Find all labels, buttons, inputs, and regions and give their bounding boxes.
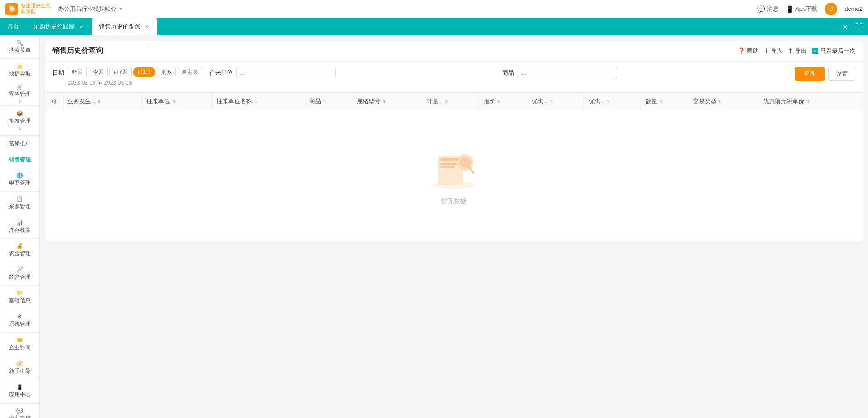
app-selector[interactable]: 办公用品行业模拟账套 ▼ (54, 3, 127, 15)
goods-label: 商品 (502, 69, 514, 77)
message-action[interactable]: 消息 (757, 5, 778, 13)
date-buttons: 昨天 今天 近7天 近1月 更多 自定义 (68, 67, 202, 77)
sidebar-sub-item-sales-mgmt[interactable]: 销售管理 (0, 152, 39, 168)
sidebar-item-purchase-label: 采购管理 (9, 203, 31, 210)
sidebar-item-ecommerce[interactable]: 🌐 电商管理 (0, 168, 39, 192)
sidebar-item-app-center[interactable]: 📱 应用中心 (0, 380, 39, 404)
tab-home-label: 首页 (7, 23, 19, 31)
goods-input[interactable] (518, 67, 617, 78)
sort-discount1-icon: ⇅ (550, 99, 553, 104)
sidebar-item-operations[interactable]: 📈 经营管理 (0, 262, 39, 286)
date-range-text: 2023-02-18 至 2023-03-18 (68, 79, 202, 87)
incoming-unit-input[interactable] (236, 67, 336, 78)
export-action[interactable]: 导出 (788, 47, 807, 55)
logo-text: 畅捷通好生意 标准版 (21, 3, 51, 14)
inventory-icon: 📊 (16, 219, 23, 226)
maximize-window-button[interactable]: ⛶ (854, 21, 864, 33)
th-business-date[interactable]: 业务发生... ⇅ (63, 93, 143, 110)
only-last-checkbox-label[interactable]: ✓ 只看最后一次 (812, 47, 855, 55)
sidebar-item-basics[interactable]: 📁 基础信息 (0, 286, 39, 309)
sidebar-item-purchase[interactable]: 📋 采购管理 (0, 192, 39, 215)
only-last-checkbox[interactable]: ✓ (812, 48, 818, 54)
app-download-action[interactable]: App下载 (786, 5, 817, 13)
sidebar-item-enterprise[interactable]: 🤝 企业协同 (0, 333, 39, 356)
th-settings[interactable]: ⚙ (45, 93, 63, 110)
sidebar-item-quick-nav[interactable]: ⭐ 快捷导航 (0, 59, 39, 82)
empty-illustration (427, 147, 481, 192)
sidebar-sub-item-marketing[interactable]: 营销推广 (0, 136, 39, 152)
message-label: 消息 (767, 5, 778, 13)
sidebar-item-retail-label: 零售管理 (9, 91, 31, 98)
guide-icon: 🧭 (16, 361, 23, 367)
tab-sales-history[interactable]: 销售历史价跟踪 ✕ (92, 18, 157, 35)
export-icon (788, 48, 793, 54)
close-window-button[interactable]: ✕ (840, 21, 850, 33)
th-transaction-type[interactable]: 交易类型 ⇅ (689, 93, 759, 110)
svg-rect-3 (440, 163, 458, 165)
sidebar-item-ecommerce-label: 电商管理 (9, 180, 31, 187)
tab-home[interactable]: 首页 (0, 18, 26, 35)
sidebar-item-search[interactable]: 🔍 搜索菜单 (0, 35, 39, 59)
tab-purchase-history-close[interactable]: ✕ (77, 23, 85, 30)
sidebar-item-guide[interactable]: 🧭 新手引导 (0, 356, 39, 380)
sidebar-item-finance[interactable]: 💰 资金管理 (0, 239, 39, 262)
date-btn-custom[interactable]: 自定义 (178, 67, 202, 77)
date-shortcuts: 昨天 今天 近7天 近1月 更多 自定义 2023-02-18 至 2023-0… (68, 67, 202, 87)
date-btn-7days[interactable]: 近7天 (109, 67, 132, 77)
th-goods[interactable]: 商品 ⇅ (306, 93, 353, 110)
date-label: 日期 (52, 67, 64, 77)
th-pretax-price[interactable]: 优惠前无税单价 ⇅ (759, 93, 863, 110)
tab-sales-history-close[interactable]: ✕ (143, 23, 150, 30)
app-download-icon (786, 5, 793, 13)
logo-area: 畅 畅捷通好生意 标准版 (5, 3, 51, 15)
date-btn-more[interactable]: 更多 (157, 67, 176, 77)
import-action[interactable]: 导入 (764, 47, 783, 55)
page-title-bar: 销售历史价查询 帮助 导入 导出 (45, 41, 863, 62)
th-discount2[interactable]: 优惠... ⇅ (585, 93, 642, 110)
wechat-icon: 💬 (16, 408, 23, 414)
th-discount1[interactable]: 优惠... ⇅ (528, 93, 585, 110)
retail-icon: 🛒 (16, 84, 23, 90)
sidebar-item-retail[interactable]: 🛒 零售管理 ▼ (0, 82, 39, 106)
sort-goods-icon: ⇅ (323, 99, 326, 104)
th-quote[interactable]: 报价 ⇅ (480, 93, 528, 110)
sidebar-item-wholesale[interactable]: 📦 批发管理 ▲ (0, 106, 39, 136)
username[interactable]: demo2 (844, 5, 863, 12)
th-unit[interactable]: 计量... ⇅ (423, 93, 480, 110)
query-button[interactable]: 查询 (795, 67, 825, 81)
sidebar-item-system-label: 系统管理 (9, 321, 31, 328)
sidebar-item-inventory[interactable]: 📊 库存核算 (0, 215, 39, 239)
avatar[interactable]: D (825, 3, 837, 15)
sidebar-item-search-label: 搜索菜单 (9, 47, 31, 54)
operations-icon: 📈 (16, 266, 23, 273)
date-btn-today[interactable]: 今天 (89, 67, 108, 77)
sidebar-item-system[interactable]: ⚙ 系统管理 (0, 309, 39, 333)
th-incoming-unit-name[interactable]: 往来单位名称 ⇅ (213, 93, 306, 110)
sort-unit-icon: ⇅ (445, 99, 449, 104)
empty-state: 暂无数据 (45, 110, 863, 242)
incoming-unit-filter: 往来单位 (209, 67, 495, 78)
th-spec[interactable]: 规格型号 ⇅ (353, 93, 423, 110)
date-btn-1month[interactable]: 近1月 (133, 67, 156, 77)
page-card: 销售历史价查询 帮助 导入 导出 (45, 41, 863, 242)
goods-filter: 商品 (502, 67, 788, 78)
app-download-label: App下载 (795, 5, 817, 13)
import-icon (764, 48, 769, 54)
sidebar-sub-marketing-label: 营销推广 (9, 140, 31, 147)
th-incoming-unit[interactable]: 往来单位 ⇅ (143, 93, 213, 110)
help-action[interactable]: 帮助 (738, 47, 759, 55)
export-label: 导出 (795, 47, 807, 55)
sidebar-item-app-center-label: 应用中心 (9, 391, 31, 399)
wholesale-icon: 📦 (16, 110, 23, 117)
sidebar: 🔍 搜索菜单 ⭐ 快捷导航 🛒 零售管理 ▼ 📦 批发管理 ▲ 营销推广 销售管… (0, 35, 40, 418)
date-btn-yesterday[interactable]: 昨天 (68, 67, 87, 77)
settings-button[interactable]: 设置 (828, 67, 855, 81)
tab-purchase-history-label: 采购历史价跟踪 (33, 23, 75, 31)
enterprise-icon: 🤝 (16, 337, 23, 343)
table-container: ⚙ 业务发生... ⇅ 往来单 (45, 93, 863, 242)
tab-bar-right: ✕ ⛶ (840, 21, 868, 33)
tab-purchase-history[interactable]: 采购历史价跟踪 ✕ (26, 18, 92, 35)
sidebar-item-wechat[interactable]: 💬 企业微信 (0, 404, 39, 418)
th-quantity[interactable]: 数量 ⇅ (642, 93, 689, 110)
tab-bar: 首页 采购历史价跟踪 ✕ 销售历史价跟踪 ✕ ✕ ⛶ (0, 18, 868, 35)
